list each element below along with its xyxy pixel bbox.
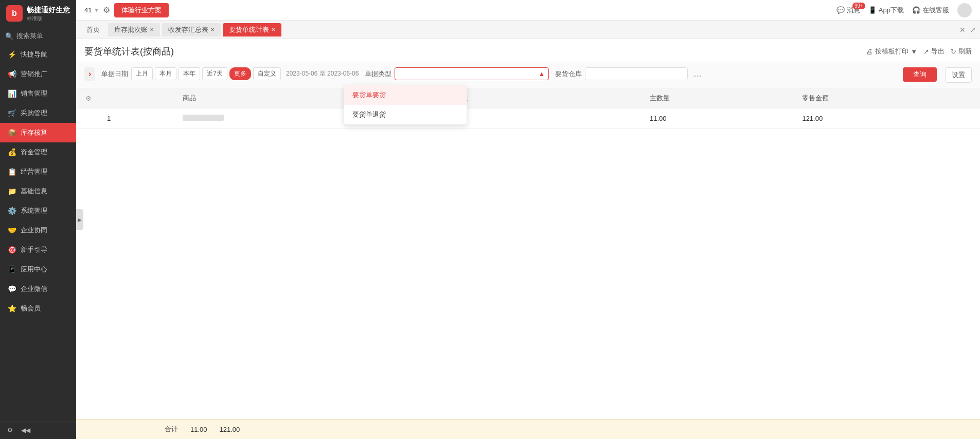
- tab-requisition-summary-close[interactable]: ✕: [271, 27, 275, 32]
- finance-icon: 💰: [7, 148, 16, 156]
- notifications-btn[interactable]: 💬 消息 99+: [836, 6, 860, 15]
- topbar-left: 41 ▼ ⚙ 体验行业方案: [84, 3, 830, 17]
- sidebar: b 畅捷通好生意 标准版 🔍 搜索菜单 ⚡ 快捷导航 📢 营销推广 📊 销售管理…: [0, 0, 76, 439]
- tab-collect-summary-close[interactable]: ✕: [210, 27, 215, 32]
- cell-amount: 121.00: [796, 108, 980, 129]
- sidebar-item-quick-nav[interactable]: ⚡ 快捷导航: [0, 45, 76, 64]
- type-dropdown: 要货单要货 要货单退货: [344, 85, 467, 125]
- this-year-btn[interactable]: 本年: [179, 67, 200, 80]
- this-month-btn[interactable]: 本月: [155, 67, 176, 80]
- print-icon: 🖨: [866, 48, 873, 56]
- sidebar-label-membership: 畅会员: [21, 304, 41, 313]
- operations-icon: 📋: [7, 168, 16, 176]
- th-index: [101, 88, 176, 108]
- cell-settings: [76, 108, 101, 129]
- topbar-settings-icon[interactable]: ⚙: [103, 5, 110, 15]
- sidebar-item-guide[interactable]: 🎯 新手引导: [0, 240, 76, 260]
- th-quantity: 主数量: [644, 88, 796, 108]
- quick-nav-icon: ⚡: [7, 50, 16, 59]
- tab-inventory-batch-close[interactable]: ✕: [150, 27, 154, 32]
- sidebar-footer: ⚙ ◀◀: [0, 421, 76, 439]
- sidebar-item-sales[interactable]: 📊 销售管理: [0, 84, 76, 103]
- page-header: 要货单统计表(按商品) 🖨 按模板打印 ▼ ↗ 导出 ↻ 刷新: [76, 39, 980, 62]
- tab-home[interactable]: 首页: [80, 23, 106, 36]
- sidebar-label-sales: 销售管理: [21, 89, 47, 98]
- warehouse-input[interactable]: [585, 67, 688, 80]
- custom-btn[interactable]: 自定义: [253, 67, 281, 80]
- sidebar-item-system[interactable]: ⚙️ 系统管理: [0, 201, 76, 221]
- sidebar-item-apps[interactable]: 📱 应用中心: [0, 260, 76, 279]
- sidebar-item-finance[interactable]: 💰 资金管理: [0, 142, 76, 162]
- tabbar-controls: ✕ ⤢: [959, 26, 976, 34]
- sidebar-label-inventory: 库存核算: [21, 128, 47, 137]
- sidebar-label-quick-nav: 快捷导航: [21, 50, 47, 59]
- dropdown-item-requisition[interactable]: 要货单要货: [344, 85, 467, 105]
- support-btn[interactable]: 🎧 在线客服: [912, 6, 949, 15]
- tab-expand-btn[interactable]: ⤢: [970, 26, 976, 34]
- export-icon: ↗: [923, 48, 929, 56]
- search-menu[interactable]: 🔍 搜索菜单: [0, 27, 76, 45]
- warehouse-filter-group: 要货仓库 …: [555, 67, 702, 80]
- table-footer: 合计 11.00 121.00: [76, 419, 980, 439]
- column-settings-icon[interactable]: ⚙: [85, 95, 92, 102]
- sidebar-label-operations: 经营管理: [21, 167, 47, 176]
- cell-index: 1: [101, 108, 176, 129]
- query-btn[interactable]: 查询: [903, 67, 937, 82]
- tab-requisition-summary[interactable]: 要货单统计表 ✕: [223, 23, 281, 36]
- wechat-icon: 💬: [7, 285, 16, 293]
- date-range-display: 2023-05-06 至 2023-06-06: [286, 69, 359, 78]
- system-icon: ⚙️: [7, 207, 16, 215]
- type-input[interactable]: [395, 67, 549, 80]
- marketing-icon: 📢: [7, 70, 16, 78]
- total-amount: 121.00: [220, 426, 240, 433]
- last7days-btn[interactable]: 近7天: [202, 67, 227, 80]
- refresh-btn[interactable]: ↻ 刷新: [951, 47, 972, 56]
- tab-close-all-btn[interactable]: ✕: [959, 26, 966, 34]
- app-download-btn[interactable]: 📱 App下载: [868, 6, 904, 15]
- trial-btn[interactable]: 体验行业方案: [114, 3, 169, 17]
- sidebar-item-membership[interactable]: ⭐ 畅会员: [0, 299, 76, 318]
- table-wrapper: ⚙ 商品 主计量单位 主数量 零售金额 1: [76, 88, 980, 419]
- page-actions: 🖨 按模板打印 ▼ ↗ 导出 ↻ 刷新: [866, 47, 972, 56]
- type-input-wrapper: ▲: [395, 67, 549, 80]
- dropdown-item-return[interactable]: 要货单退货: [344, 105, 467, 124]
- sidebar-item-basic[interactable]: 📁 基础信息: [0, 181, 76, 201]
- filter-expand-btn[interactable]: ›: [84, 67, 95, 81]
- more-filters-icon[interactable]: …: [693, 68, 702, 79]
- user-avatar[interactable]: [957, 3, 972, 17]
- sidebar-settings-btn[interactable]: ⚙: [7, 427, 13, 434]
- logo-text: 畅捷通好生意 标准版: [27, 5, 70, 21]
- warehouse-filter-label: 要货仓库: [555, 69, 582, 79]
- sidebar-label-purchase: 采购管理: [21, 108, 47, 118]
- sidebar-item-inventory[interactable]: 📦 库存核算: [0, 123, 76, 142]
- sidebar-collapse-handle[interactable]: ▶: [76, 209, 83, 230]
- type-chevron-icon[interactable]: ▲: [539, 70, 545, 78]
- th-amount: 零售金额: [796, 88, 980, 108]
- more-btn[interactable]: 更多: [229, 67, 251, 80]
- date-buttons: 上月 本月 本年 近7天 更多 自定义: [131, 67, 281, 80]
- filter-settings-btn[interactable]: 设置: [945, 67, 972, 83]
- sidebar-item-marketing[interactable]: 📢 营销推广: [0, 64, 76, 84]
- topbar-right: 💬 消息 99+ 📱 App下载 🎧 在线客服: [836, 3, 972, 17]
- sidebar-item-operations[interactable]: 📋 经营管理: [0, 162, 76, 181]
- type-filter-label: 单据类型: [365, 69, 391, 79]
- sidebar-item-enterprise[interactable]: 🤝 企业协同: [0, 221, 76, 240]
- sidebar-item-wechat[interactable]: 💬 企业微信: [0, 279, 76, 299]
- last-month-btn[interactable]: 上月: [131, 67, 153, 80]
- purchase-icon: 🛒: [7, 109, 16, 117]
- search-icon: 🔍: [5, 32, 13, 40]
- sidebar-collapse-btn[interactable]: ◀◀: [21, 427, 30, 434]
- main-content: 41 ▼ ⚙ 体验行业方案 💬 消息 99+ 📱 App下载 🎧 在线客服: [76, 0, 980, 439]
- sidebar-label-wechat: 企业微信: [21, 284, 47, 294]
- table-row: 1 块 11.00 121.00: [76, 108, 980, 129]
- tab-inventory-batch[interactable]: 库存批次账 ✕: [108, 23, 160, 36]
- page-title: 要货单统计表(按商品): [84, 45, 174, 58]
- th-settings[interactable]: ⚙: [76, 88, 101, 108]
- export-btn[interactable]: ↗ 导出: [923, 47, 945, 56]
- print-btn[interactable]: 🖨 按模板打印 ▼: [866, 47, 917, 56]
- store-name: 41: [84, 6, 92, 14]
- store-selector[interactable]: 41 ▼: [84, 6, 99, 14]
- sidebar-label-enterprise: 企业协同: [21, 226, 47, 235]
- tab-collect-summary[interactable]: 收发存汇总表 ✕: [162, 23, 221, 36]
- sidebar-item-purchase[interactable]: 🛒 采购管理: [0, 103, 76, 123]
